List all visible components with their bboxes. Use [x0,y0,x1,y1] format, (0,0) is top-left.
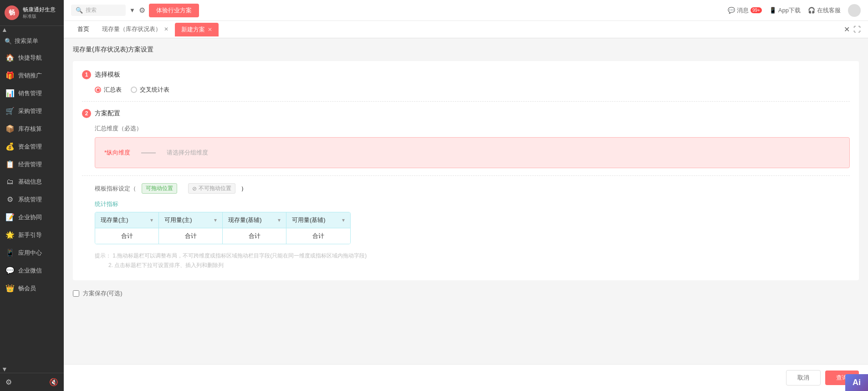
stats-col-3-header[interactable]: 可用量(基辅) ▾ [286,212,350,228]
sidebar-item-basic[interactable]: 🗂 基础信息 [0,173,64,190]
tab-new-plan-label: 新建方案 [181,26,205,34]
no-drag-icon: ⊘ [192,185,197,192]
sidebar-item-sales[interactable]: 📊 销售管理 [0,84,64,102]
sidebar-item-marketing[interactable]: 🎁 营销推广 [0,67,64,84]
gift-icon: 🎁 [5,71,15,80]
cancel-button[interactable]: 取消 [786,370,821,386]
dimension-config-label: 汇总维度（必选） [95,124,850,133]
topbar-search[interactable]: 🔍 搜索 [71,5,126,16]
tab-close-panel-icon[interactable]: ✕ [844,25,850,34]
sidebar-item-label: 畅会员 [18,284,36,293]
topbar-gear-icon[interactable]: ⚙ [139,6,145,15]
dimension-placeholder: 请选择分组维度 [167,149,208,157]
step1-header: 1 选择模板 [82,70,850,79]
template-summary-label: 汇总表 [104,86,122,94]
sidebar-item-label: 基础信息 [18,178,42,186]
sidebar-item-inventory[interactable]: 📦 库存核算 [0,120,64,138]
clipboard-icon: 📋 [5,160,15,169]
template-cross-option[interactable]: 交叉统计表 [131,86,169,94]
sidebar-item-guide[interactable]: 🌟 新手引导 [0,226,64,244]
sidebar-item-wechat[interactable]: 💬 企业微信 [0,262,64,279]
sidebar-item-member[interactable]: 👑 畅会员 [0,279,64,297]
action-bar: 取消 查询 [64,364,868,391]
ai-badge[interactable]: Ai [845,374,868,391]
cart-icon: 🛒 [5,107,15,115]
app-logo: 畅 畅康通好生意 标准版 [0,0,64,26]
stats-col-2: 现存量(基辅) ▾ 合计 [223,212,286,244]
stats-col-0-header[interactable]: 现存量(主) ▾ [95,212,158,228]
sidebar: 畅 畅康通好生意 标准版 ▲ 🔍 搜索菜单 🏠 快捷导航 🎁 营销推广 📊 销售… [0,0,64,391]
settings-icon: ⚙ [5,195,15,204]
sidebar-search[interactable]: 🔍 搜索菜单 [0,33,64,49]
topbar-search-icon: 🔍 [76,7,83,14]
stats-col-1-body: 合计 [159,228,222,244]
sidebar-item-contracts[interactable]: 📝 企业协同 [0,208,64,226]
app-name: 畅康通好生意 [23,6,56,14]
money-icon: 💰 [5,142,15,151]
step1-title: 选择模板 [95,71,120,79]
stats-col-1: 可用量(主) ▾ 合计 [159,212,223,244]
topbar-app-download[interactable]: 📱 App下载 [769,6,801,15]
sidebar-item-finance[interactable]: 💰 资金管理 [0,138,64,155]
step-divider [82,101,850,102]
sidebar-scroll-up[interactable]: ▲ [0,26,9,33]
topbar-messages[interactable]: 💬 消息 99+ [728,6,762,15]
sidebar-nav: 🏠 快捷导航 🎁 营销推广 📊 销售管理 🛒 采购管理 📦 库存核算 💰 资金管… [0,49,64,365]
tab-home[interactable]: 首页 [71,21,96,38]
sidebar-sound-icon[interactable]: 🔇 [49,378,58,386]
save-checkbox[interactable] [73,290,79,297]
step2-title: 方案配置 [95,109,120,118]
sidebar-item-purchase[interactable]: 🛒 采购管理 [0,102,64,120]
tab-inventory-close[interactable]: ✕ [164,26,168,32]
wechat-icon: 💬 [5,266,15,275]
sidebar-settings-icon[interactable]: ⚙ [5,378,12,386]
stats-col-2-header[interactable]: 现存量(基辅) ▾ [223,212,286,228]
sidebar-scroll-down[interactable]: ▼ [0,365,9,373]
radio-summary[interactable] [95,87,101,93]
tip-line-0: 提示： 1.拖动标题栏可以调整布局，不可跨维度或指标区域拖动栏目字段(只能在同一… [95,252,850,260]
user-avatar[interactable] [848,4,861,17]
stats-col-3-body: 合计 [286,228,350,244]
sidebar-item-label: 营销推广 [18,72,42,80]
dimension-area[interactable]: *纵向维度 —— 请选择分组维度 [95,137,850,168]
sidebar-item-system[interactable]: ⚙ 系统管理 [0,190,64,208]
topbar-online-service[interactable]: 🎧 在线客服 [808,6,841,15]
stats-col-2-body: 合计 [223,228,286,244]
tab-inventory-status[interactable]: 现存量（库存状况表） ✕ [96,21,175,38]
chevron-down-icon[interactable]: ▾ [278,217,281,223]
template-summary-option[interactable]: 汇总表 [95,86,122,94]
page-title: 现存量(库存状况表)方案设置 [73,46,859,54]
tab-new-plan[interactable]: 新建方案 ✕ [175,23,219,36]
mobile-icon: 📱 [5,248,15,257]
tips-section: 提示： 1.拖动标题栏可以调整布局，不可跨维度或指标区域拖动栏目字段(只能在同一… [95,252,850,269]
tab-new-plan-close[interactable]: ✕ [208,26,212,33]
step2-badge: 2 [82,109,91,118]
radio-cross[interactable] [131,87,137,93]
chevron-down-icon[interactable]: ▾ [150,217,153,223]
phone-icon: 📱 [769,7,776,14]
stats-section-title: 统计指标 [95,200,850,208]
metrics-setting: 模板指标设定（ 可拖动位置 ⊘ 不可拖动位置 ） [95,183,850,194]
message-icon: 💬 [728,7,735,14]
stats-col-1-header[interactable]: 可用量(主) ▾ [159,212,222,228]
dimension-line: —— [141,149,156,157]
template-options: 汇总表 交叉统计表 [95,86,850,94]
app-download-label: App下载 [778,6,801,15]
sidebar-item-operations[interactable]: 📋 经营管理 [0,155,64,173]
tab-expand-icon[interactable]: ⛶ [853,26,861,34]
crown-icon: 👑 [5,284,15,293]
main-area: 🔍 搜索 ▼ ⚙ 体验行业方案 💬 消息 99+ 📱 App下载 🎧 在线客服 [64,0,868,391]
sidebar-item-label: 库存核算 [18,125,42,133]
tip-line-1: 2. 点击标题栏下拉可设置排序、插入列和删除列 [95,262,850,269]
topbar-search-text: 搜索 [86,6,97,14]
topbar-dropdown-arrow[interactable]: ▼ [129,7,135,14]
chevron-down-icon[interactable]: ▾ [342,217,345,223]
sidebar-item-quick-nav[interactable]: 🏠 快捷导航 [0,49,64,67]
sidebar-item-appcenter[interactable]: 📱 应用中心 [0,244,64,262]
chevron-down-icon[interactable]: ▾ [214,217,217,223]
save-option-label: 方案保存(可选) [83,289,123,298]
stats-col-0-body: 合计 [95,228,158,244]
sidebar-item-label: 销售管理 [18,89,42,98]
industry-btn[interactable]: 体验行业方案 [149,4,199,17]
sidebar-item-label: 快捷导航 [18,54,42,62]
